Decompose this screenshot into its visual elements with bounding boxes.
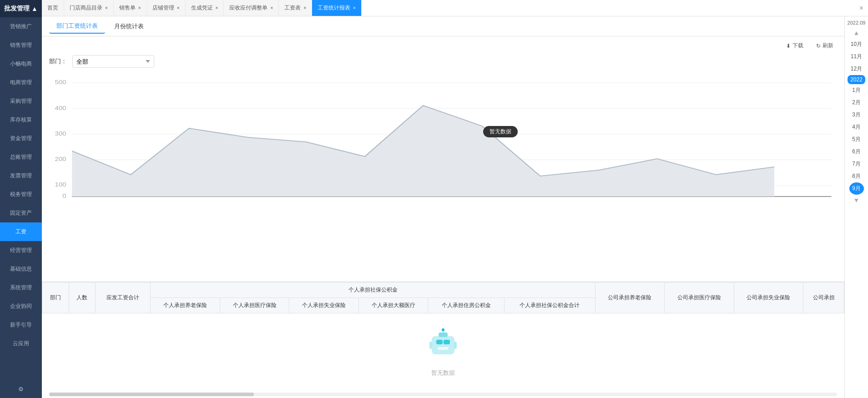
date-month-8[interactable]: 8月 <box>845 170 868 182</box>
tab-label: 销售单 <box>119 4 136 12</box>
date-panel: 2022.09 ▲ 10月 11月 12月 2022 1月 2月 3月 <box>844 16 868 398</box>
svg-rect-14 <box>444 340 450 344</box>
tab-receivables[interactable]: 应收应付调整单 × <box>224 0 279 16</box>
date-month-9[interactable]: 9月 <box>849 182 864 195</box>
sidebar-item-operations[interactable]: 经营管理 <box>0 241 42 260</box>
sidebar-item-label: 基础信息 <box>10 266 32 272</box>
col-total-salary: 应发工资合计 <box>96 282 151 313</box>
tab-store-management[interactable]: 店铺管理 × <box>147 0 186 16</box>
col-company-other: 公司承担 <box>803 282 844 313</box>
sidebar-item-general-ledger[interactable]: 总账管理 <box>0 148 42 166</box>
tab-label: 首页 <box>47 4 58 12</box>
table-wrapper: 部门 人数 应发工资合计 个人承担社保公积金 公司承担养老保险 公司承担医疗保险… <box>42 282 844 398</box>
download-button[interactable]: ⬇ 下载 <box>782 40 807 51</box>
date-month-2[interactable]: 2月 <box>845 96 868 109</box>
sidebar-item-fixed-assets[interactable]: 固定资产 <box>0 204 42 222</box>
sidebar-item-ecommerce[interactable]: 电商管理 <box>0 73 42 92</box>
tab-payroll-table[interactable]: 工资表 × <box>279 0 312 16</box>
sidebar-item-ecommerce-small[interactable]: 小畅电商 <box>0 55 42 73</box>
sidebar-item-marketing[interactable]: 营销推广 <box>0 17 42 36</box>
col-dept: 部门 <box>42 282 69 313</box>
col-company-unemployment: 公司承担失业保险 <box>734 282 803 313</box>
close-all-tabs-button[interactable]: × <box>855 4 868 12</box>
dept-filter-select[interactable]: 全部 <box>72 55 154 68</box>
date-year-2022[interactable]: 2022 <box>848 75 865 84</box>
date-month-1[interactable]: 1月 <box>845 84 868 96</box>
tab-label: 门店商品目录 <box>70 4 102 12</box>
scrollbar-thumb[interactable] <box>49 393 254 396</box>
sidebar-item-sales[interactable]: 销售管理 <box>0 36 42 55</box>
sidebar-item-cloud[interactable]: 云应用 <box>0 334 42 353</box>
svg-rect-13 <box>436 340 443 344</box>
col-group-personal-insurance: 个人承担社保公积金 <box>151 282 595 298</box>
tab-close-icon[interactable]: × <box>105 5 108 10</box>
date-month-7[interactable]: 7月 <box>845 158 868 170</box>
sub-tab-monthly-stats[interactable]: 月份统计表 <box>107 20 151 33</box>
tab-close-icon[interactable]: × <box>216 5 218 10</box>
tab-close-icon[interactable]: × <box>303 5 306 10</box>
date-month-6[interactable]: 6月 <box>845 146 868 158</box>
sub-tabs: 部门工资统计表 月份统计表 <box>42 16 844 36</box>
sidebar-item-label: 固定资产 <box>10 210 32 216</box>
sidebar-item-label: 总账管理 <box>10 154 32 160</box>
date-month-5[interactable]: 5月 <box>845 133 868 146</box>
sidebar-header[interactable]: 批发管理 ▲ <box>0 0 42 17</box>
col-personal-unemployment: 个人承担失业保险 <box>289 298 358 313</box>
col-personal-total: 个人承担社保公积金合计 <box>505 298 595 313</box>
refresh-icon: ↻ <box>816 43 821 49</box>
sidebar-item-label: 库存核算 <box>10 116 32 123</box>
tab-payroll-report[interactable]: 工资统计报表 × <box>312 0 362 16</box>
refresh-label: 刷新 <box>823 42 833 50</box>
svg-text:400: 400 <box>55 105 67 111</box>
col-company-pension: 公司承担养老保险 <box>595 282 664 313</box>
svg-text:500: 500 <box>55 79 67 85</box>
svg-rect-17 <box>454 342 457 349</box>
sidebar-item-payroll[interactable]: 工资 <box>0 222 42 241</box>
svg-rect-18 <box>439 333 448 337</box>
svg-text:200: 200 <box>55 156 67 162</box>
sidebar-item-label: 发票管理 <box>10 172 32 179</box>
tab-home[interactable]: 首页 <box>42 0 64 16</box>
date-nav-up[interactable]: ▲ <box>852 27 862 38</box>
sub-tab-dept-stats[interactable]: 部门工资统计表 <box>49 19 105 34</box>
date-month-3[interactable]: 3月 <box>845 109 868 121</box>
filter-row: 部门： 全部 <box>42 55 844 71</box>
date-month-12[interactable]: 12月 <box>845 63 868 75</box>
col-personal-housing-fund: 个人承担住房公积金 <box>428 298 505 313</box>
tab-close-icon[interactable]: × <box>353 5 356 10</box>
tab-close-icon[interactable]: × <box>138 5 141 10</box>
tab-voucher[interactable]: 生成凭证 × <box>186 0 224 16</box>
tab-close-icon[interactable]: × <box>177 5 180 10</box>
sidebar-item-system[interactable]: 系统管理 <box>0 278 42 297</box>
sidebar-item-invoice[interactable]: 发票管理 <box>0 166 42 185</box>
sidebar-item-cooperation[interactable]: 企业协同 <box>0 297 42 316</box>
sidebar-item-label: 营销推广 <box>10 23 32 30</box>
svg-text:0: 0 <box>62 193 66 199</box>
svg-point-20 <box>442 328 444 331</box>
date-month-4[interactable]: 4月 <box>845 121 868 133</box>
sidebar-item-label: 工资 <box>15 228 26 235</box>
sidebar-item-purchase[interactable]: 采购管理 <box>0 92 42 111</box>
download-label: 下载 <box>792 42 803 50</box>
sidebar-item-label: 云应用 <box>13 340 29 347</box>
col-company-medical: 公司承担医疗保险 <box>665 282 734 313</box>
date-month-11[interactable]: 11月 <box>845 50 868 63</box>
date-month-10[interactable]: 10月 <box>845 38 868 50</box>
tab-label: 工资表 <box>284 4 301 12</box>
horizontal-scrollbar[interactable] <box>49 393 837 396</box>
sidebar-item-guide[interactable]: 新手引导 <box>0 316 42 334</box>
refresh-button[interactable]: ↻ 刷新 <box>812 40 837 51</box>
tab-sales-order[interactable]: 销售单 × <box>114 0 147 16</box>
date-nav-down[interactable]: ▼ <box>852 195 862 206</box>
settings-button[interactable]: ⚙ <box>0 380 42 398</box>
svg-rect-12 <box>432 336 454 354</box>
tab-product-catalog[interactable]: 门店商品目录 × <box>64 0 114 16</box>
sidebar-item-tax[interactable]: 税务管理 <box>0 185 42 204</box>
sidebar-item-finance[interactable]: 资金管理 <box>0 129 42 148</box>
sidebar-item-inventory[interactable]: 库存核算 <box>0 111 42 129</box>
tab-close-icon[interactable]: × <box>270 5 273 10</box>
page-content: 部门工资统计表 月份统计表 ⬇ 下载 ↻ 刷新 部门： <box>42 16 868 398</box>
sidebar-title: 批发管理 <box>4 5 30 13</box>
sidebar-item-basic-info[interactable]: 基础信息 <box>0 260 42 278</box>
sub-tab-label: 月份统计表 <box>114 23 144 30</box>
